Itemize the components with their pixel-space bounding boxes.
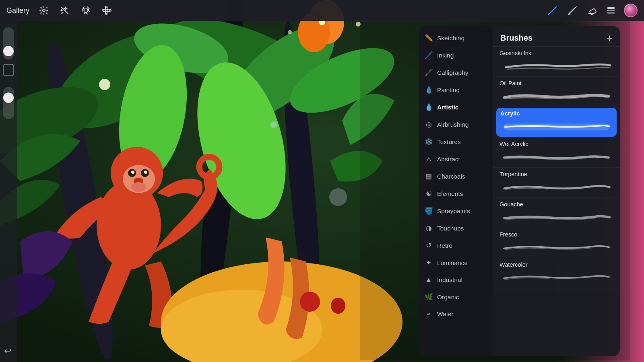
brush-name-wet-acrylic: Wet Acrylic [500, 141, 613, 147]
brush-panel-header: Brushes + [493, 26, 620, 47]
smudge-tool-button[interactable] [566, 4, 579, 17]
category-item-inking[interactable]: 🖊️Inking [419, 47, 493, 64]
category-item-charcoals[interactable]: ▤Charcoals [419, 168, 493, 185]
category-label-touchups: Touchups [437, 225, 464, 232]
category-item-calligraphy[interactable]: 🖋️Calligraphy [419, 64, 493, 81]
category-item-retro[interactable]: ↺Retro [419, 237, 493, 254]
add-brush-button[interactable]: + [607, 33, 613, 43]
sketching-icon: ✏️ [424, 34, 433, 42]
brush-name-fresco: Fresco [500, 231, 613, 238]
svg-line-45 [549, 8, 555, 14]
category-item-touchups[interactable]: ◑Touchups [419, 220, 493, 237]
undo-button[interactable]: ↩ [4, 346, 11, 356]
industrial-icon: ▲ [424, 276, 433, 284]
category-item-luminance[interactable]: ✦Luminance [419, 254, 493, 272]
spraypaints-icon: 🪣 [424, 207, 433, 215]
category-label-painting: Painting [437, 86, 460, 94]
category-label-airbrushing: Airbrushing [437, 121, 469, 128]
retro-icon: ↺ [424, 241, 433, 250]
category-item-elements[interactable]: ☯Elements [419, 185, 493, 202]
transform-button[interactable] [100, 4, 113, 17]
brushes-panel: ✏️Sketching🖊️Inking🖋️Calligraphy💧Paintin… [419, 26, 620, 356]
category-item-industrial[interactable]: ▲Industrial [419, 272, 493, 288]
brush-stroke-acrylic [500, 118, 613, 135]
eraser-tool-button[interactable] [585, 4, 598, 17]
brush-name-gesinski-ink: Gesinski Ink [500, 50, 613, 56]
svg-point-33 [300, 292, 320, 312]
abstract-icon: △ [424, 155, 433, 163]
brush-item-wet-acrylic[interactable]: Wet Acrylic [493, 138, 620, 168]
category-item-painting[interactable]: 💧Painting [419, 81, 493, 99]
color-picker[interactable] [624, 4, 638, 17]
brush-tool-button[interactable] [546, 4, 559, 17]
svg-point-37 [43, 9, 45, 12]
opacity-slider[interactable] [3, 87, 14, 119]
airbrushing-icon: ◎ [424, 120, 433, 129]
category-item-airbrushing[interactable]: ◎Airbrushing [419, 116, 493, 133]
gallery-button[interactable]: Gallery [6, 6, 29, 15]
brush-stroke-gouache [500, 209, 613, 226]
category-label-organic: Organic [437, 294, 459, 301]
category-label-calligraphy: Calligraphy [437, 69, 469, 76]
brush-stroke-fresco [500, 239, 613, 256]
brush-item-turpentine[interactable]: Turpentine [493, 168, 620, 198]
svg-rect-50 [607, 12, 615, 14]
category-label-artistic: Artistic [437, 104, 458, 111]
organic-icon: 🌿 [424, 293, 433, 301]
category-item-abstract[interactable]: △Abstract [419, 150, 493, 168]
brush-stroke-wet-acrylic [500, 149, 613, 166]
category-item-sketching[interactable]: ✏️Sketching [419, 29, 493, 47]
category-item-water[interactable]: ≈Water [419, 306, 493, 323]
brush-name-turpentine: Turpentine [500, 171, 613, 177]
svg-rect-48 [607, 7, 615, 9]
brush-stroke-watercolor [500, 269, 613, 286]
svg-rect-49 [607, 10, 615, 11]
luminance-icon: ✦ [424, 259, 433, 267]
category-label-charcoals: Charcoals [437, 173, 465, 180]
category-label-industrial: Industrial [437, 276, 462, 284]
category-item-organic[interactable]: 🌿Organic [419, 288, 493, 306]
brush-name-gouache: Gouache [500, 201, 613, 208]
category-label-elements: Elements [437, 190, 463, 197]
category-label-luminance: Luminance [437, 259, 468, 267]
category-item-spraypaints[interactable]: 🪣Spraypaints [419, 202, 493, 220]
svg-point-29 [288, 30, 292, 34]
brush-item-oil-paint[interactable]: Oil Paint [493, 77, 620, 107]
brush-item-gouache[interactable]: Gouache [493, 198, 620, 228]
top-toolbar: Gallery [0, 0, 644, 21]
brush-stroke-oil-paint [500, 88, 613, 105]
svg-point-32 [329, 188, 347, 206]
magic-button[interactable] [58, 4, 71, 17]
category-label-sketching: Sketching [437, 35, 464, 42]
svg-point-30 [99, 79, 110, 90]
category-item-artistic[interactable]: 💧Artistic [419, 99, 493, 116]
brush-item-gesinski-ink[interactable]: Gesinski Ink [493, 47, 620, 77]
water-icon: ≈ [424, 310, 433, 318]
toolbar-left: Gallery [6, 4, 536, 17]
opacity-control[interactable] [3, 64, 14, 76]
category-label-retro: Retro [437, 242, 452, 249]
brush-stroke-turpentine [500, 179, 613, 196]
layers-button[interactable] [605, 4, 617, 17]
settings-button[interactable] [37, 4, 50, 17]
inking-icon: 🖊️ [424, 51, 433, 60]
brush-item-fresco[interactable]: Fresco [493, 228, 620, 258]
painting-icon: 💧 [424, 86, 433, 94]
artistic-icon: 💧 [424, 103, 433, 111]
svg-point-28 [356, 22, 361, 27]
brush-list: Brushes + Gesinski Ink Oil Paint Acrylic… [493, 26, 620, 356]
brush-size-slider[interactable] [3, 27, 14, 60]
left-panel [0, 21, 17, 362]
calligraphy-icon: 🖋️ [424, 68, 433, 77]
textures-icon: ❄️ [424, 138, 433, 146]
brush-item-watercolor[interactable]: Watercolor [493, 258, 620, 288]
svg-point-20 [131, 171, 134, 174]
brush-name-watercolor: Watercolor [500, 261, 613, 268]
brush-item-acrylic[interactable]: Acrylic [496, 108, 617, 137]
selection-button[interactable] [79, 4, 92, 17]
category-label-inking: Inking [437, 52, 454, 59]
category-label-textures: Textures [437, 138, 461, 146]
brush-name-acrylic: Acrylic [500, 110, 613, 117]
category-item-textures[interactable]: ❄️Textures [419, 133, 493, 150]
brushes-title: Brushes [500, 33, 533, 43]
